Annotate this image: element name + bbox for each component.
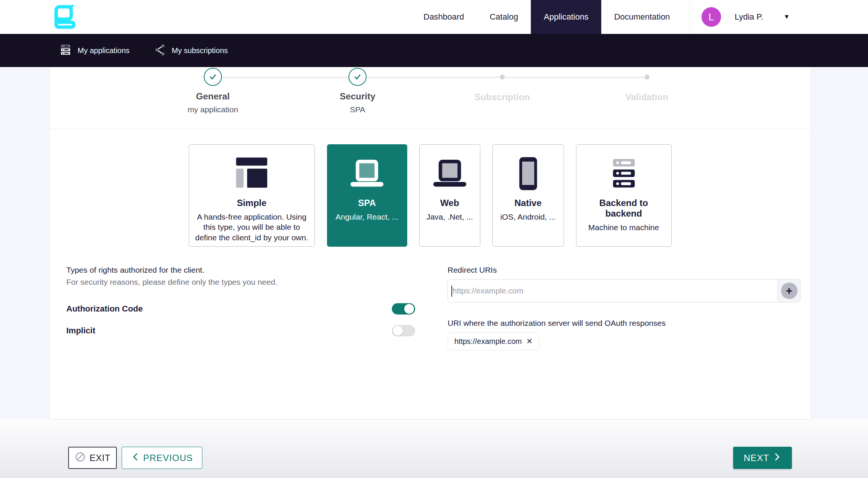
plus-icon: + [781,283,798,299]
card-description: Machine to machine [582,222,666,232]
exit-label: EXIT [90,453,110,463]
card-description: Java, .Net, ... [425,212,475,222]
toggle-knob [393,326,403,336]
step-general[interactable]: General my application [141,67,285,115]
grant-types-title: Types of rights authorized for the clien… [66,266,415,275]
chevron-down-icon[interactable]: ▼ [784,13,790,21]
application-wizard-page: Dashboard Catalog Applications Documenta… [0,0,868,478]
card-title: Backend to backend [582,198,666,219]
security-form: Types of rights authorized for the clien… [66,266,793,336]
authorization-code-toggle[interactable] [392,303,415,315]
card-title: SPA [333,198,402,208]
prohibition-icon [75,451,86,465]
wizard-footer: EXIT PREVIOUS NEXT [0,419,868,478]
card-description: Angular, React, ... [333,212,402,222]
grant-types-section: Types of rights authorized for the clien… [66,266,415,336]
remove-uri-icon[interactable]: ✕ [526,337,533,346]
chevron-left-icon [131,452,139,464]
subnav-item-my-subscriptions[interactable]: My subscriptions [154,44,228,58]
nav-item-applications[interactable]: Applications [531,0,601,34]
card-description: A hands-free application. Using this typ… [194,212,309,243]
footer-divider [50,419,810,420]
nav-item-documentation[interactable]: Documentation [601,0,683,34]
previous-button[interactable]: PREVIOUS [122,447,202,469]
user-menu[interactable]: L Lydia P. ▼ [701,0,790,34]
card-title: Web [425,198,475,208]
chip-value: https://example.com [454,337,522,346]
grant-type-row: Implicit [66,325,415,336]
layout-icon [194,154,309,193]
redirect-uri-input[interactable] [448,279,778,302]
step-dot [500,75,505,79]
exit-button[interactable]: EXIT [68,447,117,469]
redirect-uri-chip: https://example.com ✕ [448,332,539,350]
header-divider [689,0,690,34]
implicit-label: Implicit [66,326,95,336]
step-sublabel: SPA [350,105,365,114]
step-validation[interactable]: Validation [575,67,719,115]
wizard-content: General my application Security SPA Subs… [50,67,810,419]
step-security[interactable]: Security SPA [285,67,430,115]
redirect-uri-input-group: + [448,279,801,302]
card-title: Native [498,198,558,208]
implicit-toggle[interactable] [392,325,415,336]
redirect-uris-help: URI where the authorization server will … [448,319,801,328]
step-label: Validation [625,92,668,102]
app-type-cards: Simple A hands-free application. Using t… [50,144,810,247]
subnav-label: My applications [78,46,130,55]
servers-icon [60,44,72,58]
text-cursor [451,286,452,297]
step-sublabel: my application [188,105,238,114]
step-subscription[interactable]: Subscription [430,67,575,115]
step-dot [645,75,649,79]
authorization-code-label: Authorization Code [66,304,143,314]
servers-icon [582,154,666,193]
app-type-card-web[interactable]: Web Java, .Net, ... [419,144,480,247]
card-title: Simple [194,198,309,208]
avatar[interactable]: L [701,7,721,27]
check-icon [204,68,222,86]
share-icon [154,44,166,58]
card-description: iOS, Android, ... [498,212,558,222]
redirect-uri-field-wrap [448,279,778,302]
step-label: General [196,91,229,102]
subnav-label: My subscriptions [172,46,228,55]
check-icon [348,68,367,86]
chevron-right-icon [773,452,781,464]
nav-item-dashboard[interactable]: Dashboard [411,0,477,34]
next-button[interactable]: NEXT [733,447,792,469]
secondary-nav: My applications My subscriptions [0,34,868,67]
previous-label: PREVIOUS [143,453,193,463]
redirect-uris-section: Redirect URIs + URI where the authorizat… [448,266,801,350]
laptop-icon [425,154,475,193]
nav-item-catalog[interactable]: Catalog [477,0,531,34]
step-label: Security [340,91,376,102]
subnav-item-my-applications[interactable]: My applications [60,44,130,58]
app-type-card-native[interactable]: Native iOS, Android, ... [492,144,564,247]
top-navigation: Dashboard Catalog Applications Documenta… [411,0,683,34]
grant-types-subtitle: For security reasons, please define only… [66,278,415,287]
next-label: NEXT [744,453,769,463]
app-type-card-backend[interactable]: Backend to backend Machine to machine [576,144,672,247]
gravitee-logo-icon[interactable] [53,4,78,31]
smartphone-icon [498,154,558,193]
top-header: Dashboard Catalog Applications Documenta… [0,0,868,34]
grant-type-row: Authorization Code [66,303,415,315]
app-type-card-simple[interactable]: Simple A hands-free application. Using t… [189,144,315,247]
wizard-stepper: General my application Security SPA Subs… [50,67,810,129]
step-label: Subscription [475,92,530,102]
toggle-knob [404,304,414,314]
add-uri-button[interactable]: + [778,279,800,302]
laptop-icon [333,154,402,193]
user-name: Lydia P. [735,12,763,22]
redirect-uris-label: Redirect URIs [448,266,801,275]
app-type-card-spa[interactable]: SPA Angular, React, ... [327,144,407,247]
